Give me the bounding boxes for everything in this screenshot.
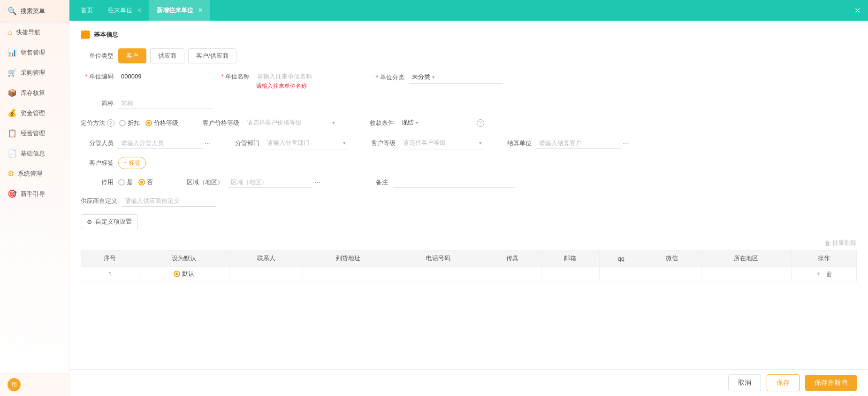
customer-tag-label: 客户标签 xyxy=(81,159,118,167)
row-actions: ＋ 🗑 xyxy=(795,270,853,278)
unit-category-select[interactable]: 未分类 ▾ xyxy=(409,71,503,84)
cell-phone xyxy=(393,267,483,281)
unit-btn-both[interactable]: 客户/供应商 xyxy=(188,48,236,63)
section-icon: 🟧 xyxy=(81,30,90,39)
sidebar-item-basics[interactable]: 📄 基础信息 xyxy=(0,143,69,163)
settlement-field: 结算单位 ··· xyxy=(499,138,631,149)
region-dots-btn[interactable]: ··· xyxy=(312,178,322,186)
add-tag-btn[interactable]: + 标签 xyxy=(118,157,146,169)
cell-no: 1 xyxy=(81,267,139,281)
manager-input[interactable] xyxy=(118,138,203,149)
payment-terms-help-icon[interactable]: ? xyxy=(477,119,484,127)
customer-level-placeholder: 请选择客户等级 xyxy=(403,139,477,147)
save-new-button[interactable]: 保存并新增 xyxy=(805,375,857,391)
default-radio[interactable] xyxy=(174,271,180,277)
sidebar-item-system[interactable]: ⚙ 系统管理 xyxy=(0,163,69,184)
unit-type-label: 单位类型 xyxy=(81,52,118,60)
col-email: 邮箱 xyxy=(541,250,600,267)
pricing-field: 定价方法 ? 折扣 价格等级 xyxy=(81,119,178,127)
customer-level-label: 客户等级 xyxy=(363,139,400,148)
disabled-label: 停用 xyxy=(81,178,118,186)
pricing-radio-group: 折扣 价格等级 xyxy=(119,119,178,127)
settlement-dots-btn[interactable]: ··· xyxy=(621,139,631,148)
unit-name-input[interactable] xyxy=(254,71,358,82)
newbie-icon: 🎯 xyxy=(8,189,17,198)
custom-settings-row: ⚙ 自定义项设置 xyxy=(81,214,857,229)
tab-transactions[interactable]: 往来单位 ✕ xyxy=(100,0,149,21)
main: 首页 往来单位 ✕ 新增往来单位 ✕ ✕ 🟧 基本信息 单位类型 客户 供应商 … xyxy=(69,0,868,396)
region-label: 区域（地区） xyxy=(186,178,228,186)
unit-type-row: 单位类型 客户 供应商 客户/供应商 xyxy=(81,48,857,63)
close-transactions-tab[interactable]: ✕ xyxy=(137,7,142,14)
close-new-transaction-tab[interactable]: ✕ xyxy=(198,7,203,14)
tab-bar-close[interactable]: ✕ xyxy=(851,6,864,15)
manager-field: 分管人员 ··· xyxy=(81,138,213,149)
radio-yes[interactable]: 是 xyxy=(118,178,133,186)
unit-btn-supplier[interactable]: 供应商 xyxy=(150,48,184,63)
footer-bar: 取消 保存 保存并新增 xyxy=(69,369,868,396)
sidebar-item-purchase[interactable]: 🛒 采购管理 xyxy=(0,62,69,83)
manager-dots-btn[interactable]: ··· xyxy=(203,139,213,148)
radio-price-level[interactable]: 价格等级 xyxy=(145,119,178,127)
save-button[interactable]: 保存 xyxy=(767,374,799,391)
col-fax: 传真 xyxy=(483,250,541,267)
pricing-label: 定价方法 ? xyxy=(81,119,119,127)
customer-level-select[interactable]: 请选择客户等级 ▾ xyxy=(400,137,485,149)
unit-code-label: 单位编码 xyxy=(81,72,118,81)
pricing-help-icon[interactable]: ? xyxy=(107,119,114,127)
table-actions: 🗑 批量删除 xyxy=(81,239,857,247)
tab-home[interactable]: 首页 xyxy=(73,0,100,21)
table-row: 1 默认 xyxy=(81,267,857,281)
batch-delete-btn[interactable]: 🗑 批量删除 xyxy=(824,239,857,247)
region-field: 区域（地区） ··· xyxy=(186,177,322,188)
department-select[interactable]: 请输入分管部门 ▾ xyxy=(264,137,349,149)
customer-price-select[interactable]: 请选择客户价格等级 ▾ xyxy=(244,116,338,129)
col-qq: qq xyxy=(599,250,643,267)
customer-price-placeholder: 请选择客户价格等级 xyxy=(247,118,330,127)
custom-settings-btn[interactable]: ⚙ 自定义项设置 xyxy=(81,214,138,229)
table-section: 🗑 批量删除 序号 设为默认 联系人 到货地址 电话号码 传真 邮箱 qq xyxy=(81,239,857,281)
col-wechat: 微信 xyxy=(643,250,701,267)
sidebar-item-sales[interactable]: 📊 销售管理 xyxy=(0,42,69,62)
department-label: 分管部门 xyxy=(227,139,264,148)
cell-fax xyxy=(483,267,541,281)
cell-wechat xyxy=(643,267,701,281)
cell-region xyxy=(701,267,791,281)
sidebar-search[interactable]: 🔍 搜索菜单 xyxy=(0,0,69,23)
short-name-input[interactable] xyxy=(118,98,212,109)
cancel-button[interactable]: 取消 xyxy=(728,374,761,391)
code-name-category-row: 单位编码 单位名称 请输入往来单位名称 单位分类 未分类 ▾ xyxy=(81,71,857,90)
sidebar-item-finance[interactable]: 💰 资金管理 xyxy=(0,103,69,123)
radio-no[interactable]: 否 xyxy=(138,178,153,186)
cell-email xyxy=(541,267,600,281)
cell-qq xyxy=(599,267,643,281)
region-input[interactable] xyxy=(228,177,312,188)
unit-category-label: 单位分类 xyxy=(372,73,409,82)
sidebar-item-quick-nav[interactable]: ⌂ 快捷导航 xyxy=(0,23,69,42)
sidebar-item-operations[interactable]: 📋 经营管理 xyxy=(0,123,69,143)
tab-new-transaction[interactable]: 新增往来单位 ✕ xyxy=(149,0,210,21)
purchase-icon: 🛒 xyxy=(8,68,17,77)
unit-name-error: 请输入往来单位名称 xyxy=(256,83,307,89)
col-region: 所在地区 xyxy=(701,250,791,267)
home-icon: ⌂ xyxy=(8,28,12,37)
remark-input[interactable] xyxy=(393,177,515,188)
unit-code-input[interactable] xyxy=(118,71,203,82)
customer-price-field: 客户价格等级 请选择客户价格等级 ▾ xyxy=(202,116,338,129)
chevron-down-icon4: ▾ xyxy=(343,140,346,146)
delete-row-btn[interactable]: 🗑 xyxy=(826,270,832,278)
radio-discount[interactable]: 折扣 xyxy=(119,119,140,127)
cell-ops: ＋ 🗑 xyxy=(791,267,856,281)
supplier-custom-input[interactable] xyxy=(122,195,216,207)
col-default: 设为默认 xyxy=(139,250,229,267)
supplier-custom-label: 供应商自定义 xyxy=(81,197,122,205)
unit-btn-customer[interactable]: 客户 xyxy=(118,48,146,63)
settlement-input[interactable] xyxy=(536,138,621,149)
col-actions: 操作 xyxy=(791,250,856,267)
payment-terms-select[interactable]: 现结 ▾ xyxy=(399,116,474,129)
operations-icon: 📋 xyxy=(8,129,17,138)
add-row-btn[interactable]: ＋ xyxy=(815,270,822,278)
sidebar-item-inventory[interactable]: 📦 库存核算 xyxy=(0,83,69,103)
unit-category-field: 单位分类 未分类 ▾ xyxy=(372,71,503,84)
sidebar-item-newbie[interactable]: 🎯 新手引导 xyxy=(0,184,69,204)
